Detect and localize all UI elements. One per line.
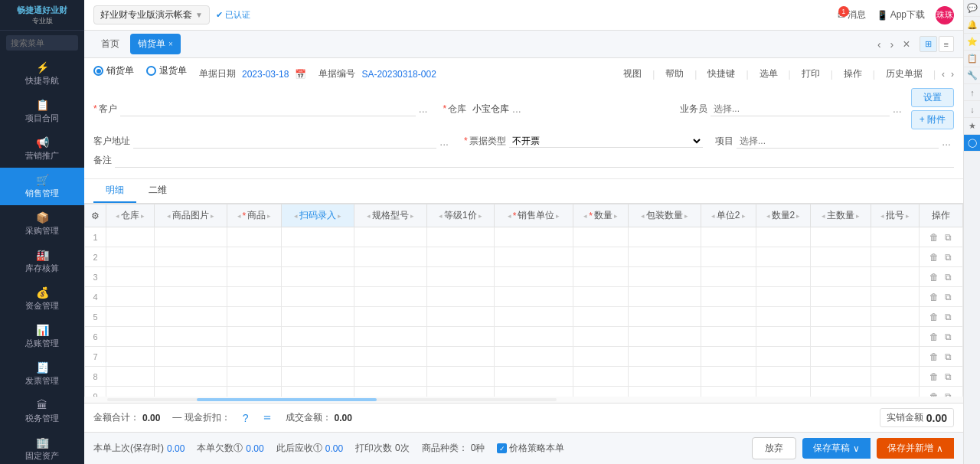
cell-warehouse-1[interactable] <box>106 227 155 247</box>
cell-main-qty-4[interactable] <box>811 287 871 307</box>
cell-unit2-1[interactable] <box>701 227 756 247</box>
tab-two-d[interactable]: 二维 <box>136 179 179 203</box>
row-copy-btn-3[interactable]: ⧉ <box>943 271 953 283</box>
cell-price1-3[interactable] <box>426 267 494 287</box>
cell-spec-2[interactable] <box>354 247 427 267</box>
gear-icon[interactable]: ⚙ <box>88 211 103 221</box>
sidebar-item-quick-nav[interactable]: ⚡ 快捷导航 <box>0 55 84 93</box>
cell-spec-1[interactable] <box>354 227 427 247</box>
right-tool-8[interactable]: ★ <box>964 118 980 135</box>
right-tool-1[interactable]: 💬 <box>964 0 980 17</box>
cell-qty-1[interactable] <box>573 227 629 247</box>
tab-nav-close-btn[interactable]: × <box>900 36 913 53</box>
right-tool-5[interactable]: 🔧 <box>964 67 980 84</box>
customer-address-input[interactable] <box>133 134 436 149</box>
cell-batch-no-4[interactable] <box>871 287 919 307</box>
sidebar-item-general-ledger[interactable]: 📊 总账管理 <box>0 318 84 355</box>
cell-unit2-3[interactable] <box>701 267 756 287</box>
cell-warehouse-4[interactable] <box>106 287 155 307</box>
cell-batch-import-1[interactable] <box>282 227 354 247</box>
cell-product-3[interactable] <box>227 267 282 287</box>
cell-unit2-4[interactable] <box>701 287 756 307</box>
row-delete-btn-3[interactable]: 🗑 <box>928 271 940 283</box>
cell-main-qty-1[interactable] <box>811 227 871 247</box>
help-action-btn[interactable]: 帮助 <box>661 66 688 82</box>
right-tool-3[interactable]: ⭐ <box>964 34 980 51</box>
radio-return[interactable]: 退货单 <box>146 64 187 77</box>
cell-batch-import-4[interactable] <box>282 287 354 307</box>
discard-button[interactable]: 放弃 <box>752 437 796 459</box>
list-view-btn[interactable]: ≡ <box>939 36 954 52</box>
cell-price1-4[interactable] <box>426 287 494 307</box>
search-input[interactable] <box>6 35 78 51</box>
cell-product-image-4[interactable] <box>154 287 227 307</box>
cell-batch-no-1[interactable] <box>871 227 919 247</box>
row-delete-btn-7[interactable]: 🗑 <box>928 351 940 363</box>
row-copy-btn-4[interactable]: ⧉ <box>943 291 953 303</box>
cell-batch-no-3[interactable] <box>871 267 919 287</box>
cell-product-image-3[interactable] <box>154 267 227 287</box>
warehouse-dots[interactable]: ... <box>509 103 524 115</box>
sidebar-item-marketing[interactable]: 📢 营销推广 <box>0 130 84 168</box>
note-input[interactable] <box>115 153 954 168</box>
attach-button[interactable]: + 附件 <box>911 110 954 129</box>
tab-sales-order[interactable]: 销货单 × <box>130 34 181 54</box>
address-dots[interactable]: ... <box>436 136 452 148</box>
tab-list[interactable]: 明细 <box>93 179 136 203</box>
sidebar-item-funds[interactable]: 💰 资金管理 <box>0 280 84 318</box>
cell-pack-qty-2[interactable] <box>629 247 701 267</box>
cell-sales-unit-3[interactable] <box>494 267 573 287</box>
row-delete-btn-1[interactable]: 🗑 <box>928 231 940 243</box>
row-delete-btn-4[interactable]: 🗑 <box>928 291 940 303</box>
tab-prev-btn[interactable]: ‹ <box>874 37 884 52</box>
grid-view-btn[interactable]: ⊞ <box>920 36 937 52</box>
doc-no-value[interactable]: SA-20230318-002 <box>361 69 436 80</box>
cell-sales-unit-4[interactable] <box>494 287 573 307</box>
message-action[interactable]: ✉ 1 消息 <box>838 8 866 21</box>
doc-date-value[interactable]: 2023-03-18 <box>242 69 289 80</box>
row-copy-btn-1[interactable]: ⧉ <box>943 231 953 243</box>
select-action-btn[interactable]: 选单 <box>755 66 782 82</box>
save-draft-button[interactable]: 保存草稿 ∨ <box>802 438 871 459</box>
sidebar-item-invoices[interactable]: 🧾 发票管理 <box>0 355 84 393</box>
sidebar-item-purchase-mgmt[interactable]: 📦 采购管理 <box>0 205 84 243</box>
cell-pack-qty-4[interactable] <box>629 287 701 307</box>
user-action[interactable]: 珠珠 <box>936 6 954 25</box>
ticket-type-select[interactable]: 不开票 增值税普通发票 增值税专用发票 <box>509 135 703 147</box>
row-delete-btn-8[interactable]: 🗑 <box>928 371 940 383</box>
cell-sales-unit-2[interactable] <box>494 247 573 267</box>
cell-main-qty-2[interactable] <box>811 247 871 267</box>
cell-product-image-1[interactable] <box>154 227 227 247</box>
cell-product-2[interactable] <box>227 247 282 267</box>
cell-sales-unit-1[interactable] <box>494 227 573 247</box>
cell-qty-3[interactable] <box>573 267 629 287</box>
cell-price1-2[interactable] <box>426 247 494 267</box>
operation-action-btn[interactable]: 操作 <box>839 66 867 82</box>
sidebar-item-project-contract[interactable]: 📋 项目合同 <box>0 93 84 130</box>
row-delete-btn-5[interactable]: 🗑 <box>928 311 940 323</box>
cell-spec-4[interactable] <box>354 287 427 307</box>
warehouse-value[interactable]: 小宝仓库 <box>472 103 509 116</box>
company-select[interactable]: 好业财专业版演示帐套 ▼ <box>93 5 210 25</box>
cell-unit2-2[interactable] <box>701 247 756 267</box>
cell-batch-no-2[interactable] <box>871 247 919 267</box>
right-tool-2[interactable]: 🔔 <box>964 17 980 34</box>
cell-pack-qty-3[interactable] <box>629 267 701 287</box>
project-dots[interactable]: ... <box>939 136 954 148</box>
cell-warehouse-3[interactable] <box>106 267 155 287</box>
right-tool-4[interactable]: 📋 <box>964 51 980 67</box>
row-delete-btn-9[interactable]: 🗑 <box>928 390 940 397</box>
salesperson-dots[interactable]: ... <box>890 103 905 115</box>
sidebar-item-sales-mgmt[interactable]: 🛒 销售管理 <box>0 168 84 205</box>
row-delete-btn-6[interactable]: 🗑 <box>928 331 940 343</box>
tab-close-icon[interactable]: × <box>168 40 173 48</box>
cell-product-image-2[interactable] <box>154 247 227 267</box>
cell-qty-4[interactable] <box>573 287 629 307</box>
cell-batch-import-3[interactable] <box>282 267 354 287</box>
customer-input[interactable] <box>120 102 416 116</box>
save-new-button[interactable]: 保存并新增 ∧ <box>877 438 954 459</box>
right-tool-9[interactable]: ◯ <box>964 135 980 152</box>
salesperson-input[interactable] <box>710 102 890 116</box>
tab-next-btn[interactable]: › <box>887 37 897 52</box>
cell-warehouse-2[interactable] <box>106 247 155 267</box>
